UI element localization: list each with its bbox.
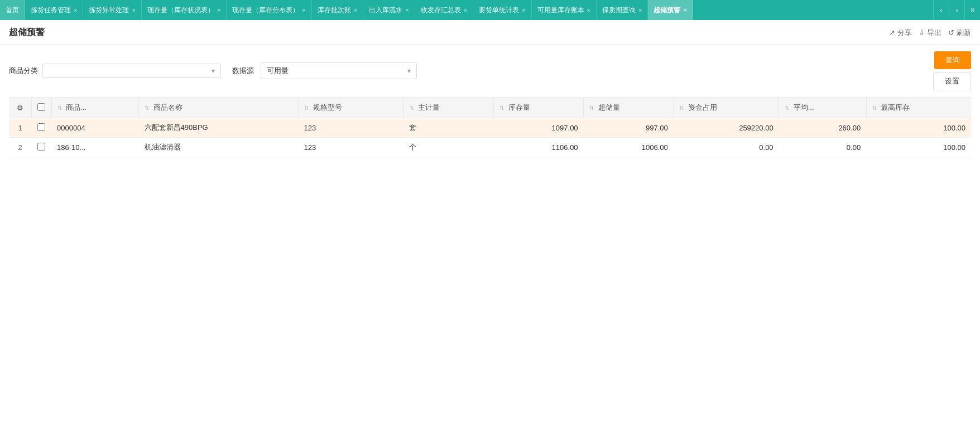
cell-product-code: 0000004 (51, 118, 139, 138)
table-row: 2 186-10... 机油滤清器 123 个 1106.00 1006.00 … (9, 138, 971, 157)
data-source-label: 数据源 (232, 66, 254, 76)
cell-over-qty: 1006.00 (584, 138, 674, 157)
cell-avg: 0.00 (779, 138, 867, 157)
filter-action-buttons: 查询 设置 (933, 51, 971, 90)
close-icon[interactable]: × (302, 7, 305, 13)
cell-spec: 123 (298, 138, 403, 157)
product-category-select[interactable]: ▾ (42, 64, 221, 78)
cell-max-stock: 100.00 (866, 118, 971, 138)
nav-home[interactable]: 首页 (0, 0, 25, 20)
product-category-group: 商品分类 ▾ (9, 64, 221, 78)
table-row: 1 0000004 六配套新昌490BPG 123 套 1097.00 997.… (9, 118, 971, 138)
sort-icon: ⇅ (304, 105, 309, 111)
query-button[interactable]: 查询 (934, 51, 971, 69)
cell-capital-used: 259220.00 (674, 118, 779, 138)
overstock-table: ⚙ ⇅ 商品... ⇅ 商品名称 ⇅ 规格型号 (9, 97, 971, 157)
sort-icon: ⇅ (589, 105, 594, 111)
sort-icon: ⇅ (872, 105, 877, 111)
cell-spec: 123 (298, 118, 403, 138)
table-container: ⚙ ⇅ 商品... ⇅ 商品名称 ⇅ 规格型号 (0, 97, 980, 157)
close-icon[interactable]: × (354, 7, 357, 13)
nav-available-ledger[interactable]: 可用量库存账本 × (532, 0, 597, 20)
th-spec[interactable]: ⇅ 规格型号 (298, 98, 403, 118)
th-avg[interactable]: ⇅ 平均... (779, 98, 867, 118)
nav-abnormal[interactable]: 拣货异常处理 × (83, 0, 141, 20)
nav-task-mgmt[interactable]: 拣货任务管理 × (25, 0, 83, 20)
gear-icon: ⚙ (17, 104, 23, 112)
export-icon: ⇩ (919, 28, 925, 37)
row-checkbox-cell[interactable] (31, 138, 51, 157)
nav-inout-flow[interactable]: 出入库流水 × (363, 0, 415, 20)
refresh-icon: ↺ (948, 28, 954, 37)
cell-product-name: 机油滤清器 (139, 138, 299, 157)
row-checkbox[interactable] (37, 123, 45, 131)
th-product-name[interactable]: ⇅ 商品名称 (139, 98, 299, 118)
nav-batch-account[interactable]: 库存批次账 × (312, 0, 363, 20)
select-all-checkbox[interactable] (37, 103, 45, 111)
header-actions: ↗ 分享 ⇩ 导出 ↺ 刷新 (889, 28, 971, 38)
sort-icon: ⇅ (679, 105, 684, 111)
nav-inventory-dist[interactable]: 现存量（库存分布表） × (227, 0, 311, 20)
cell-stock-qty: 1106.00 (493, 138, 583, 157)
share-button[interactable]: ↗ 分享 (889, 28, 912, 38)
table-body: 1 0000004 六配套新昌490BPG 123 套 1097.00 997.… (9, 118, 971, 157)
nav-demand-stats[interactable]: 要货单统计表 × (473, 0, 531, 20)
filter-bar: 商品分类 ▾ 数据源 可用量 ▾ 查询 设置 (0, 45, 980, 97)
export-button[interactable]: ⇩ 导出 (919, 28, 941, 38)
nav-inventory-status[interactable]: 现存量（库存状况表） × (142, 0, 227, 20)
cell-stock-qty: 1097.00 (493, 118, 583, 138)
sort-icon: ⇅ (57, 105, 62, 111)
nav-arrows: ‹ › × (933, 0, 980, 20)
cell-product-code: 186-10... (51, 138, 139, 157)
chevron-down-icon: ▾ (407, 67, 411, 75)
close-icon[interactable]: × (74, 7, 77, 13)
th-unit[interactable]: ⇅ 主计量 (403, 98, 493, 118)
refresh-button[interactable]: ↺ 刷新 (948, 28, 971, 38)
nav-prev-button[interactable]: ‹ (933, 0, 949, 20)
top-navigation: 首页 拣货任务管理 × 拣货异常处理 × 现存量（库存状况表） × 现存量（库存… (0, 0, 980, 20)
cell-capital-used: 0.00 (674, 138, 779, 157)
th-capital-used[interactable]: ⇅ 资金占用 (674, 98, 779, 118)
table-header-row: ⚙ ⇅ 商品... ⇅ 商品名称 ⇅ 规格型号 (9, 98, 971, 118)
close-icon[interactable]: × (587, 7, 590, 13)
settings-button[interactable]: 设置 (933, 72, 971, 90)
page-header: 超储预警 ↗ 分享 ⇩ 导出 ↺ 刷新 (0, 20, 980, 45)
close-icon[interactable]: × (522, 7, 525, 13)
row-number: 2 (9, 138, 31, 157)
row-number: 1 (9, 118, 31, 138)
nav-next-button[interactable]: › (949, 0, 964, 20)
row-checkbox[interactable] (37, 143, 45, 151)
th-stock-qty[interactable]: ⇅ 库存量 (493, 98, 583, 118)
nav-close-all-button[interactable]: × (964, 0, 980, 20)
sort-icon: ⇅ (145, 105, 149, 111)
cell-avg: 260.00 (779, 118, 867, 138)
cell-max-stock: 100.00 (866, 138, 971, 157)
nav-summary[interactable]: 收发存汇总表 × (415, 0, 473, 20)
nav-quality-query[interactable]: 保质期查询 × (597, 0, 648, 20)
page-title: 超储预警 (9, 27, 45, 38)
close-icon[interactable]: × (464, 7, 467, 13)
th-product-code[interactable]: ⇅ 商品... (51, 98, 139, 118)
close-icon[interactable]: × (217, 7, 220, 13)
share-icon: ↗ (889, 28, 895, 37)
cell-unit: 套 (403, 118, 493, 138)
th-gear[interactable]: ⚙ (9, 98, 31, 118)
data-source-select[interactable]: 可用量 ▾ (261, 62, 417, 79)
product-category-label: 商品分类 (9, 66, 38, 76)
data-source-group: 数据源 可用量 ▾ (232, 62, 417, 79)
sort-icon: ⇅ (410, 105, 414, 111)
cell-over-qty: 997.00 (584, 118, 674, 138)
cell-unit: 个 (403, 138, 493, 157)
close-icon[interactable]: × (132, 7, 135, 13)
nav-overstock-warning[interactable]: 超储预警 × (648, 0, 693, 20)
th-over-qty[interactable]: ⇅ 超储量 (584, 98, 674, 118)
th-checkbox[interactable] (31, 98, 51, 118)
cell-product-name: 六配套新昌490BPG (139, 118, 299, 138)
page-content: 超储预警 ↗ 分享 ⇩ 导出 ↺ 刷新 商品分类 ▾ 数据源 (0, 20, 980, 446)
close-icon[interactable]: × (638, 7, 642, 13)
th-max-stock[interactable]: ⇅ 最高库存 (866, 98, 971, 118)
close-icon[interactable]: × (405, 7, 409, 13)
data-source-value: 可用量 (267, 66, 289, 76)
close-icon[interactable]: × (683, 7, 686, 13)
row-checkbox-cell[interactable] (31, 118, 51, 138)
